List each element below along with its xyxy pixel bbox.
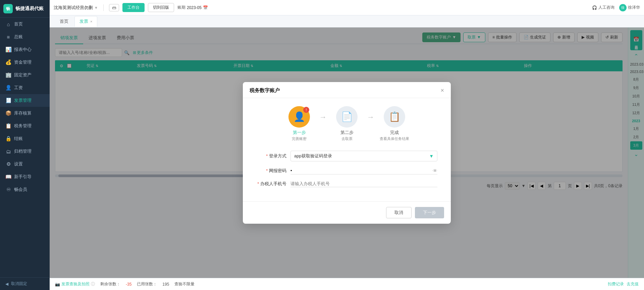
password-eye-icon[interactable]: 👁 bbox=[433, 168, 437, 173]
modal-overlay: 税务数字账户 × 👤 ! bbox=[50, 27, 644, 278]
tab-home[interactable]: 首页 bbox=[55, 16, 73, 26]
archive-icon: 🗂 bbox=[5, 149, 11, 154]
sidebar-item-home[interactable]: ⌂ 首页 bbox=[0, 18, 50, 30]
sidebar-item-reports-label: 报表中心 bbox=[14, 47, 32, 53]
app-logo: 畅 畅捷通易代账 bbox=[0, 0, 50, 18]
check-icon: 📷 bbox=[55, 282, 60, 287]
ledger-icon: ≡ bbox=[5, 34, 11, 40]
step2-desc: 去取票 bbox=[341, 136, 353, 141]
password-input-wrap: 👁 bbox=[290, 167, 437, 174]
login-method-select[interactable]: app获取验证码登录 ▼ bbox=[290, 151, 437, 161]
password-input[interactable] bbox=[290, 168, 433, 173]
modal-header: 税务数字账户 × bbox=[243, 82, 451, 98]
username: 徐泽华 bbox=[628, 5, 640, 10]
home-icon: ⌂ bbox=[5, 21, 11, 27]
sidebar-item-inventory-label: 库存核算 bbox=[14, 110, 32, 116]
step1-desc: 完善账密 bbox=[292, 136, 307, 141]
balance-value: -35 bbox=[126, 282, 131, 287]
tab-close-icon[interactable]: × bbox=[90, 19, 92, 23]
accounting-period: 账期 2023-05 📅 bbox=[177, 5, 208, 10]
phone-input[interactable] bbox=[290, 181, 437, 186]
tax-digital-modal: 税务数字账户 × 👤 ! bbox=[243, 82, 451, 224]
modal-footer: 取消 下一步 bbox=[243, 201, 451, 224]
step-2: 📄 第二步 去取票 bbox=[327, 106, 367, 141]
bottom-right: 扣费记录 去充值 bbox=[608, 281, 639, 287]
reports-icon: 📊 bbox=[5, 47, 11, 53]
user-menu[interactable]: 徐 徐泽华 bbox=[619, 4, 640, 11]
cancel-btn[interactable]: 取消 bbox=[386, 207, 412, 218]
step1-user-icon: 👤 bbox=[293, 111, 305, 122]
sidebar-item-home-label: 首页 bbox=[14, 21, 23, 27]
bottom-bar: 📷 发票查验及拍照 ⓘ 剩余张数： -35 已用张数： 195 查验不限量 扣费… bbox=[50, 278, 644, 290]
invoice-icon: 🧾 bbox=[5, 97, 11, 103]
sidebar-item-closing[interactable]: 🔒 结账 bbox=[0, 132, 50, 145]
company-name: 沈海英测试经营勿删 bbox=[54, 5, 93, 11]
sidebar-item-tax[interactable]: 📋 税务管理 bbox=[0, 120, 50, 132]
info-icon[interactable]: ⓘ bbox=[91, 281, 95, 287]
sidebar-item-ledger[interactable]: ≡ 总账 bbox=[0, 30, 50, 43]
step-arrow-2: → bbox=[367, 113, 374, 122]
switch-version-btn[interactable]: 切到旧版 bbox=[148, 3, 174, 12]
sidebar-item-fixed-assets[interactable]: 🏢 固定资产 bbox=[0, 69, 50, 81]
step-3: 📋 完成 查看具体任务结果 bbox=[374, 106, 415, 141]
workbench-btn[interactable]: 工作台 bbox=[122, 3, 145, 12]
sidebar-item-invoice[interactable]: 🧾 发票管理 bbox=[0, 94, 50, 107]
step2-icon-wrap: 📄 bbox=[336, 106, 358, 128]
sidebar-item-member-label: 畅会员 bbox=[14, 187, 27, 193]
modal-close-btn[interactable]: × bbox=[440, 87, 444, 93]
sidebar-item-settings-label: 设置 bbox=[14, 161, 23, 167]
password-row: * 网报密码 👁 bbox=[256, 167, 437, 174]
closing-icon: 🔒 bbox=[5, 136, 11, 142]
sidebar-item-invoice-label: 发票管理 bbox=[14, 97, 32, 103]
login-method-label: * 登录方式 bbox=[256, 153, 286, 159]
sidebar-item-guide[interactable]: 📖 新手引导 bbox=[0, 170, 50, 183]
main-content: 沈海英测试经营勿删 ▼ 🗃 工作台 切到旧版 账期 2023-05 📅 🎧 人工… bbox=[50, 0, 644, 290]
funds-icon: 💰 bbox=[5, 59, 11, 65]
query-label: 查验不限量 bbox=[174, 281, 195, 287]
tax-icon: 📋 bbox=[5, 123, 11, 129]
tab-invoice[interactable]: 发票 × bbox=[74, 16, 97, 27]
sidebar-item-guide-label: 新手引导 bbox=[14, 174, 32, 180]
sidebar-pin-toggle[interactable]: ◀ 取消固定 bbox=[0, 277, 50, 290]
member-icon: ♾ bbox=[5, 187, 11, 193]
pin-icon: ◀ bbox=[5, 282, 8, 286]
sidebar-item-funds[interactable]: 💰 资金管理 bbox=[0, 56, 50, 69]
sidebar-item-payroll[interactable]: 👤 工资 bbox=[0, 81, 50, 94]
step1-label: 第一步 bbox=[293, 130, 306, 136]
logo-icon: 畅 bbox=[3, 4, 13, 13]
tab-invoice-label: 发票 bbox=[79, 18, 88, 24]
step2-label: 第二步 bbox=[340, 130, 354, 136]
sidebar-item-reports[interactable]: 📊 报表中心 bbox=[0, 43, 50, 56]
topbar-divider bbox=[103, 4, 104, 11]
sidebar: 畅 畅捷通易代账 ⌂ 首页 ≡ 总账 📊 报表中心 💰 资金管理 🏢 固定资产 … bbox=[0, 0, 50, 290]
topbar: 沈海英测试经营勿删 ▼ 🗃 工作台 切到旧版 账期 2023-05 📅 🎧 人工… bbox=[50, 0, 644, 15]
inventory-icon: 📦 bbox=[5, 110, 11, 116]
archive-btn[interactable]: 🗃 bbox=[109, 4, 119, 11]
topbar-right: 🎧 人工咨询 徐 徐泽华 bbox=[592, 4, 640, 11]
support-link[interactable]: 🎧 人工咨询 bbox=[592, 5, 614, 10]
deduct-records-link[interactable]: 扣费记录 bbox=[608, 281, 624, 287]
company-selector[interactable]: 沈海英测试经营勿删 ▼ bbox=[54, 5, 98, 11]
modal-body: 👤 ! 第一步 完善账密 → 📄 bbox=[243, 98, 451, 201]
recharge-link[interactable]: 去充值 bbox=[627, 281, 639, 287]
used-value: 195 bbox=[162, 282, 169, 287]
calendar-icon[interactable]: 📅 bbox=[203, 5, 208, 10]
sidebar-item-fixed-assets-label: 固定资产 bbox=[14, 72, 32, 78]
sidebar-item-settings[interactable]: ⚙ 设置 bbox=[0, 158, 50, 170]
step-1: 👤 ! 第一步 完善账密 bbox=[279, 106, 319, 141]
sidebar-item-inventory[interactable]: 📦 库存核算 bbox=[0, 107, 50, 120]
step3-icon-wrap: 📋 bbox=[384, 106, 405, 128]
sidebar-item-member[interactable]: ♾ 畅会员 bbox=[0, 183, 50, 196]
sidebar-item-archive[interactable]: 🗂 归档管理 bbox=[0, 145, 50, 158]
check-label-group: 📷 发票查验及拍照 ⓘ bbox=[55, 281, 95, 287]
headset-icon: 🎧 bbox=[592, 5, 597, 10]
fixed-assets-icon: 🏢 bbox=[5, 72, 11, 78]
next-btn[interactable]: 下一步 bbox=[415, 207, 444, 218]
tab-home-label: 首页 bbox=[60, 18, 68, 24]
step-arrow-1: → bbox=[319, 113, 327, 122]
sidebar-item-payroll-label: 工资 bbox=[14, 85, 23, 91]
phone-input-wrap bbox=[290, 180, 437, 187]
used-label: 已用张数： bbox=[137, 281, 157, 287]
check-link[interactable]: 发票查验及拍照 bbox=[61, 281, 90, 287]
step1-badge: ! bbox=[303, 107, 309, 113]
